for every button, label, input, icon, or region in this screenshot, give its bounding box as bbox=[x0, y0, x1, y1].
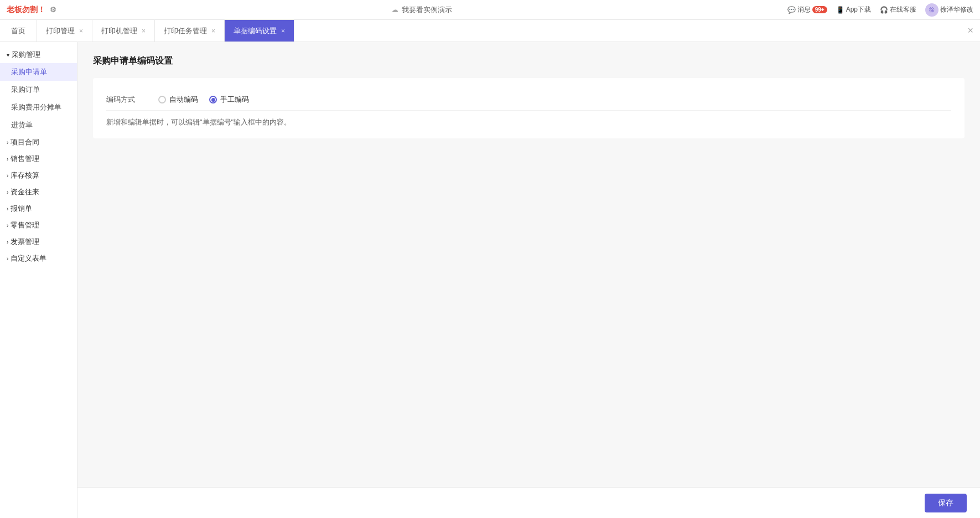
radio-manual-label: 手工编码 bbox=[220, 95, 249, 105]
top-bar-right: 💬 消息 99+ 📱 App下载 🎧 在线客服 徐 徐泽华修改 bbox=[787, 3, 973, 17]
message-button[interactable]: 💬 消息 99+ bbox=[787, 5, 827, 14]
sidebar-group-project-contract-label: 项目合同 bbox=[11, 137, 39, 147]
sidebar-item-purchase-expense[interactable]: 采购费用分摊单 bbox=[0, 99, 77, 116]
tab-printer-mgmt-close[interactable]: × bbox=[142, 27, 146, 35]
tab-printer-mgmt[interactable]: 打印机管理 × bbox=[92, 20, 155, 42]
code-mode-label: 编码方式 bbox=[106, 95, 145, 105]
sidebar-item-purchase-expense-label: 采购费用分摊单 bbox=[11, 103, 61, 111]
sidebar-item-purchase-order-label: 采购订单 bbox=[11, 85, 40, 94]
tab-print-mgmt-close[interactable]: × bbox=[79, 27, 83, 35]
radio-manual-circle bbox=[209, 96, 217, 103]
main-layout: ▾ 采购管理 采购申请单 采购订单 采购费用分摊单 进货单 › 项目合同 › 销… bbox=[0, 42, 980, 518]
cloud-icon: ☁ bbox=[391, 6, 398, 14]
search-text[interactable]: 我要看实例演示 bbox=[402, 5, 452, 15]
user-name: 徐泽华修改 bbox=[940, 5, 973, 14]
message-icon: 💬 bbox=[787, 6, 796, 14]
save-button[interactable]: 保存 bbox=[925, 494, 967, 512]
app-download-button[interactable]: 📱 App下载 bbox=[836, 5, 871, 14]
sidebar-group-stock-check[interactable]: › 库存核算 bbox=[0, 167, 77, 184]
online-service-button[interactable]: 🎧 在线客服 bbox=[880, 5, 916, 14]
sidebar-group-retail-mgmt-label: 零售管理 bbox=[11, 220, 39, 230]
app-download-label: App下载 bbox=[846, 5, 871, 14]
radio-group: 自动编码 手工编码 bbox=[158, 95, 249, 105]
sidebar-group-capital[interactable]: › 资金往来 bbox=[0, 184, 77, 200]
tab-home-label: 首页 bbox=[11, 26, 25, 36]
sidebar-group-returns-label: 报销单 bbox=[11, 204, 32, 214]
tab-print-mgmt-label: 打印管理 bbox=[46, 26, 75, 36]
sidebar-group-sales-mgmt-label: 销售管理 bbox=[11, 154, 39, 164]
radio-manual-code[interactable]: 手工编码 bbox=[209, 95, 249, 105]
user-info[interactable]: 徐 徐泽华修改 bbox=[925, 3, 973, 17]
sidebar-group-invoice-mgmt[interactable]: › 发票管理 bbox=[0, 234, 77, 250]
radio-auto-code[interactable]: 自动编码 bbox=[158, 95, 198, 105]
sidebar-group-purchase[interactable]: ▾ 采购管理 bbox=[0, 46, 77, 63]
top-bar-center: ☁ 我要看实例演示 bbox=[391, 5, 452, 15]
tab-doc-code-settings[interactable]: 单据编码设置 × bbox=[225, 20, 294, 42]
content-area: 采购申请单编码设置 编码方式 自动编码 手工编码 bbox=[77, 42, 980, 518]
tab-doc-code-settings-label: 单据编码设置 bbox=[234, 26, 277, 36]
radio-auto-circle bbox=[158, 96, 166, 103]
avatar: 徐 bbox=[925, 3, 938, 17]
radio-auto-label: 自动编码 bbox=[169, 95, 198, 105]
collapse-arrow-icon: ▾ bbox=[7, 52, 9, 58]
app-icon: 📱 bbox=[836, 6, 844, 14]
sidebar-item-purchase-stock-label: 进货单 bbox=[11, 121, 33, 129]
sidebar-group-sales-mgmt[interactable]: › 销售管理 bbox=[0, 151, 77, 167]
code-mode-row: 编码方式 自动编码 手工编码 bbox=[106, 89, 951, 111]
message-label: 消息 bbox=[797, 5, 811, 14]
expand-arrow-icon-6: › bbox=[7, 222, 8, 229]
tab-print-mgmt[interactable]: 打印管理 × bbox=[37, 20, 92, 42]
top-bar-left: 老板勿割！ ⚙ bbox=[7, 5, 56, 15]
tab-bar: 首页 打印管理 × 打印机管理 × 打印任务管理 × 单据编码设置 × × bbox=[0, 20, 980, 42]
sidebar-group-custom-form[interactable]: › 自定义表单 bbox=[0, 250, 77, 267]
expand-arrow-icon-4: › bbox=[7, 189, 8, 195]
message-badge: 99+ bbox=[812, 6, 827, 13]
tab-print-task[interactable]: 打印任务管理 × bbox=[155, 20, 225, 42]
expand-arrow-icon-1: › bbox=[7, 139, 8, 146]
tab-print-task-close[interactable]: × bbox=[211, 27, 215, 35]
expand-arrow-icon-7: › bbox=[7, 239, 8, 245]
content-body: 采购申请单编码设置 编码方式 自动编码 手工编码 bbox=[77, 42, 980, 487]
sidebar-group-purchase-label: 采购管理 bbox=[12, 50, 40, 60]
sidebar-item-purchase-stock[interactable]: 进货单 bbox=[0, 116, 77, 134]
expand-arrow-icon-3: › bbox=[7, 173, 8, 179]
sidebar-group-capital-label: 资金往来 bbox=[11, 187, 39, 197]
expand-arrow-icon-2: › bbox=[7, 156, 8, 162]
sidebar-group-project-contract[interactable]: › 项目合同 bbox=[0, 134, 77, 151]
tab-home[interactable]: 首页 bbox=[0, 20, 37, 42]
logo-text: 老板勿割！ bbox=[7, 5, 45, 15]
sidebar-group-stock-check-label: 库存核算 bbox=[11, 170, 39, 180]
sidebar-group-invoice-mgmt-label: 发票管理 bbox=[11, 237, 39, 247]
expand-arrow-icon-5: › bbox=[7, 206, 8, 212]
online-service-label: 在线客服 bbox=[890, 5, 916, 14]
tab-printer-mgmt-label: 打印机管理 bbox=[101, 26, 137, 36]
code-mode-section: 编码方式 自动编码 手工编码 新增和编辑单据时，可以编辑"单据编号"输入框中的内… bbox=[93, 78, 965, 138]
content-footer: 保存 bbox=[77, 487, 980, 518]
tab-bar-right: × bbox=[294, 25, 980, 37]
top-bar: 老板勿割！ ⚙ ☁ 我要看实例演示 💬 消息 99+ 📱 App下载 🎧 在线客… bbox=[0, 0, 980, 20]
settings-icon[interactable]: ⚙ bbox=[50, 6, 56, 14]
sidebar: ▾ 采购管理 采购申请单 采购订单 采购费用分摊单 进货单 › 项目合同 › 销… bbox=[0, 42, 77, 518]
tab-doc-code-settings-close[interactable]: × bbox=[281, 27, 285, 35]
sidebar-item-purchase-request-label: 采购申请单 bbox=[11, 68, 47, 76]
window-close-icon[interactable]: × bbox=[967, 25, 973, 37]
expand-arrow-icon-8: › bbox=[7, 256, 8, 262]
sidebar-group-returns[interactable]: › 报销单 bbox=[0, 200, 77, 217]
sidebar-group-custom-form-label: 自定义表单 bbox=[11, 253, 46, 263]
sidebar-group-retail-mgmt[interactable]: › 零售管理 bbox=[0, 217, 77, 234]
tab-print-task-label: 打印任务管理 bbox=[164, 26, 207, 36]
sidebar-item-purchase-request[interactable]: 采购申请单 bbox=[0, 63, 77, 81]
hint-text: 新增和编辑单据时，可以编辑"单据编号"输入框中的内容。 bbox=[106, 117, 951, 127]
page-title: 采购申请单编码设置 bbox=[93, 55, 965, 67]
sidebar-item-purchase-order[interactable]: 采购订单 bbox=[0, 81, 77, 99]
headset-icon: 🎧 bbox=[880, 6, 888, 14]
